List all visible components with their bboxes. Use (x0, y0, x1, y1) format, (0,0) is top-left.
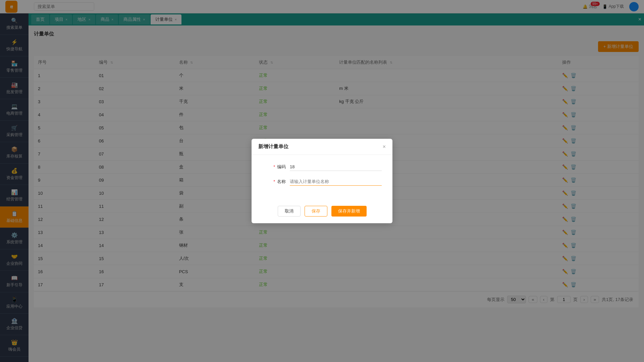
name-input[interactable] (290, 178, 382, 186)
add-unit-modal: 新增计量单位 × * 编码 * 名称 取消 保存 保存并新增 (252, 139, 392, 223)
form-row-name: * 名称 (262, 178, 382, 186)
modal-body: * 编码 * 名称 (252, 155, 392, 200)
form-row-code: * 编码 (262, 163, 382, 171)
name-label: * 名称 (262, 179, 286, 185)
modal-header: 新增计量单位 × (252, 139, 392, 155)
cancel-button[interactable]: 取消 (278, 206, 301, 217)
save-and-new-button[interactable]: 保存并新增 (331, 206, 367, 217)
save-button[interactable]: 保存 (305, 206, 327, 217)
code-input[interactable] (290, 163, 382, 171)
code-label: * 编码 (262, 164, 286, 170)
modal-overlay: 新增计量单位 × * 编码 * 名称 取消 保存 保存并新增 (0, 0, 644, 362)
required-star-code: * (273, 164, 275, 169)
modal-close-button[interactable]: × (383, 144, 386, 149)
modal-footer: 取消 保存 保存并新增 (252, 200, 392, 223)
modal-title: 新增计量单位 (258, 143, 288, 150)
required-star-name: * (273, 179, 275, 184)
